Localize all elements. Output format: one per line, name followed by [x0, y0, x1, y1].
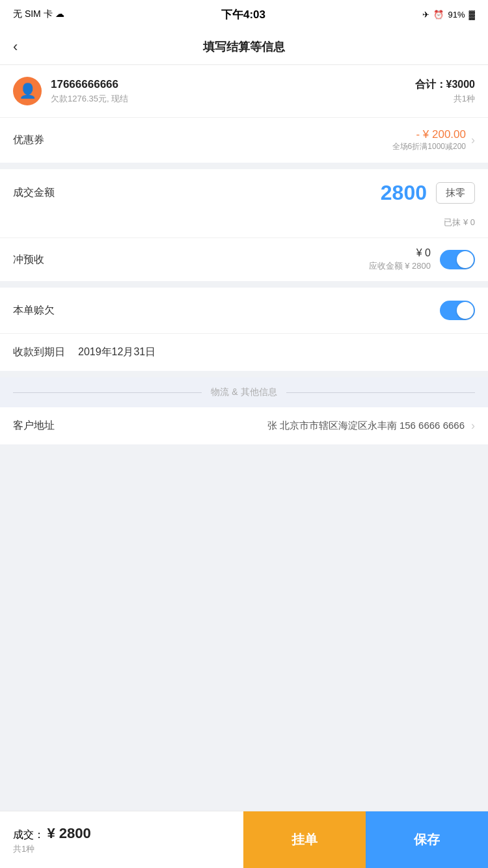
status-bar: 无 SIM 卡 ☁ 下午4:03 ✈ ⏰ 91% ▓ — [0, 0, 488, 29]
back-button[interactable]: ‹ — [13, 38, 18, 55]
page-title: 填写结算等信息 — [203, 39, 285, 55]
debt-toggle[interactable] — [440, 301, 475, 320]
customer-left: 👤 17666666666 欠款1276.35元, 现结 — [13, 77, 128, 105]
customer-card: 👤 17666666666 欠款1276.35元, 现结 合计：¥3000 共1… — [0, 65, 488, 163]
due-date-label: 收款到期日 — [13, 346, 65, 359]
amount-value: 2800 — [381, 181, 427, 205]
address-label: 客户地址 — [13, 419, 55, 433]
blank-space — [0, 444, 488, 549]
coupon-chevron: › — [471, 133, 475, 147]
total-value: 合计：¥3000 — [415, 78, 476, 92]
prepay-right: ¥ 0 应收金额 ¥ 2800 — [369, 247, 475, 272]
debt-card: 本单赊欠 收款到期日 2019年12月31日 — [0, 288, 488, 371]
customer-right: 合计：¥3000 共1种 — [415, 78, 476, 105]
avatar: 👤 — [13, 77, 42, 105]
customer-sub: 欠款1276.35元, 现结 — [51, 93, 128, 105]
logistics-line-left — [13, 392, 202, 393]
prepay-row: 冲预收 ¥ 0 应收金额 ¥ 2800 — [0, 237, 488, 281]
status-time: 下午4:03 — [221, 7, 265, 22]
address-row[interactable]: 客户地址 张 北京市市辖区海淀区永丰南 156 6666 6666 › — [0, 407, 488, 444]
address-value: 张 北京市市辖区海淀区永丰南 156 6666 6666 — [68, 420, 465, 432]
amount-label: 成交金额 — [13, 186, 55, 200]
due-date-value: 2019年12月31日 — [78, 346, 156, 359]
bottom-bar: 成交： ¥ 2800 共1种 挂单 保存 — [0, 811, 488, 868]
coupon-row[interactable]: 优惠券 - ¥ 200.00 全场6折满1000减200 › — [0, 117, 488, 163]
due-date-row: 收款到期日 2019年12月31日 — [0, 333, 488, 371]
content: 👤 17666666666 欠款1276.35元, 现结 合计：¥3000 共1… — [0, 65, 488, 614]
status-right: ✈ ⏰ 91% ▓ — [422, 10, 475, 20]
coupon-label: 优惠券 — [13, 133, 44, 147]
battery-icon: ▓ — [469, 10, 475, 20]
prepay-info: ¥ 0 应收金额 ¥ 2800 — [369, 247, 431, 272]
amount-sub: 已抹 ¥ 0 — [0, 217, 488, 237]
customer-phone: 17666666666 — [51, 78, 128, 91]
status-left: 无 SIM 卡 ☁ — [13, 8, 64, 20]
coupon-desc: 全场6折满1000减200 — [392, 141, 466, 152]
prepay-toggle[interactable] — [440, 250, 475, 269]
alarm-icon: ⏰ — [433, 10, 444, 20]
coupon-amount: - ¥ 200.00 — [392, 128, 466, 141]
coupon-right: - ¥ 200.00 全场6折满1000减200 › — [392, 128, 475, 152]
customer-info: 17666666666 欠款1276.35元, 现结 — [51, 78, 128, 105]
battery-level: 91% — [448, 10, 465, 20]
logistics-line-right — [286, 392, 475, 393]
bottom-total-value: ¥ 2800 — [47, 825, 90, 841]
amount-right: 2800 抹零 — [381, 181, 475, 205]
bottom-label: 成交： — [13, 829, 44, 840]
round-zero-button[interactable]: 抹零 — [436, 182, 475, 204]
amount-section: 成交金额 2800 抹零 已抹 ¥ 0 冲预收 ¥ 0 应收金额 ¥ 2800 — [0, 169, 488, 281]
bottom-count: 共1种 — [13, 843, 230, 855]
logistics-text: 物流 & 其他信息 — [211, 387, 277, 398]
bottom-total-label: 成交： ¥ 2800 — [13, 825, 230, 842]
total-count: 共1种 — [415, 93, 476, 105]
prepay-value: ¥ 0 — [369, 247, 431, 259]
hold-button[interactable]: 挂单 — [243, 811, 366, 869]
amount-row: 成交金额 2800 抹零 — [0, 169, 488, 217]
save-button[interactable]: 保存 — [366, 811, 488, 869]
nav-bar: ‹ 填写结算等信息 — [0, 29, 488, 65]
sim-status: 无 SIM 卡 ☁ — [13, 8, 64, 20]
bottom-info: 成交： ¥ 2800 共1种 — [0, 825, 243, 855]
customer-row: 👤 17666666666 欠款1276.35元, 现结 合计：¥3000 共1… — [0, 65, 488, 117]
logistics-header: 物流 & 其他信息 — [0, 377, 488, 407]
address-chevron: › — [471, 419, 475, 433]
location-icon: ✈ — [422, 10, 429, 20]
prepay-label: 冲预收 — [13, 253, 44, 267]
debt-label: 本单赊欠 — [13, 304, 55, 318]
avatar-icon: 👤 — [19, 83, 36, 100]
prepay-sub: 应收金额 ¥ 2800 — [369, 260, 431, 272]
debt-row: 本单赊欠 — [0, 288, 488, 333]
